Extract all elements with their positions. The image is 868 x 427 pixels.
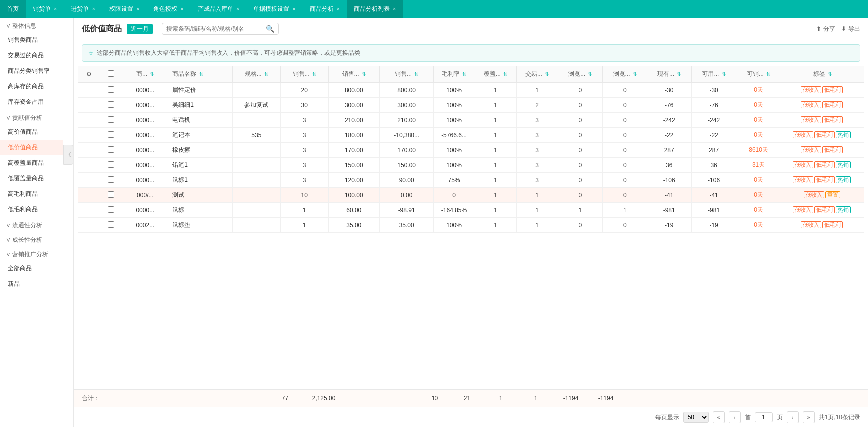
th-browse2[interactable]: 浏览... ⇅ (603, 66, 647, 83)
nav-home[interactable]: 首页 (0, 0, 26, 18)
row-browse1[interactable]: 0 (558, 158, 602, 173)
close-icon[interactable]: × (54, 6, 57, 12)
row-checkbox-cell[interactable] (101, 143, 121, 158)
row-checkbox[interactable] (108, 146, 114, 153)
row-checkbox[interactable] (108, 221, 114, 228)
row-browse1[interactable]: 0 (558, 128, 602, 143)
last-page-button[interactable]: » (803, 411, 815, 423)
export-button[interactable]: ⬇ 导出 (841, 25, 860, 33)
row-checkbox[interactable] (108, 191, 114, 198)
close-icon[interactable]: × (180, 6, 183, 12)
nav-product-analysis[interactable]: 商品分析 × (303, 0, 347, 18)
nav-role[interactable]: 角色授权 × (146, 0, 190, 18)
first-page-button[interactable]: « (713, 411, 725, 423)
sidebar-item-low-value[interactable]: 低价值商品 (0, 140, 63, 155)
sidebar-item-sales-products[interactable]: 销售类商品 (0, 32, 63, 48)
row-sellable-days: 31天 (736, 158, 781, 173)
search-icon[interactable]: 🔍 (266, 25, 274, 33)
th-checkbox[interactable] (101, 66, 121, 83)
row-checkbox[interactable] (108, 131, 114, 138)
sidebar-item-category-rate[interactable]: 商品分类销售率 (0, 63, 63, 79)
row-checkbox[interactable] (108, 86, 114, 93)
nav-permission[interactable]: 权限设置 × (102, 0, 146, 18)
row-checkbox[interactable] (108, 116, 114, 123)
search-input[interactable] (166, 25, 266, 32)
sidebar-item-low-coverage[interactable]: 低覆盖量商品 (0, 171, 63, 186)
sidebar-item-high-value[interactable]: 高价值商品 (0, 124, 63, 140)
close-icon[interactable]: × (236, 6, 239, 12)
row-browse1[interactable]: 0 (558, 143, 602, 158)
row-checkbox-cell[interactable] (101, 83, 121, 98)
sidebar-item-stock-capital[interactable]: 库存资金占用 (0, 94, 63, 110)
row-browse1[interactable]: 0 (558, 188, 602, 203)
row-browse1[interactable]: 0 (558, 98, 602, 113)
nav-product-analysis-list[interactable]: 商品分析列表 × (347, 0, 403, 18)
row-checkbox-cell[interactable] (101, 98, 121, 113)
row-checkbox-cell[interactable] (101, 128, 121, 143)
th-sales-profit[interactable]: 销售... ⇅ (379, 66, 434, 83)
th-spec[interactable]: 规格... ⇅ (232, 66, 280, 83)
row-checkbox-cell[interactable] (101, 173, 121, 188)
th-code[interactable]: 商... ⇅ (121, 66, 169, 83)
row-stock: -22 (647, 128, 691, 143)
th-coverage[interactable]: 覆盖... ⇅ (475, 66, 516, 83)
row-sellable-days: 0天 (736, 98, 781, 113)
row-browse1[interactable]: 1 (558, 203, 602, 218)
footer-values: 77 2,125.00 10 21 1 1 -1194 -1194 (106, 394, 860, 403)
sidebar: ∨ 整体信息 销售类商品 交易过的商品 商品分类销售率 高库存的商品 库存资金占… (0, 18, 74, 427)
th-current-stock[interactable]: 现有... ⇅ (647, 66, 691, 83)
row-available: -30 (691, 83, 736, 98)
sidebar-collapse-button[interactable]: 《 (63, 145, 73, 165)
filter-tag-recent-month[interactable]: 近一月 (127, 24, 153, 34)
row-checkbox-cell[interactable] (101, 188, 121, 203)
footer-stock: -1194 (553, 394, 588, 403)
row-checkbox[interactable] (108, 176, 114, 183)
sidebar-item-all-products[interactable]: 全部商品 (0, 261, 63, 276)
th-gross-rate[interactable]: 毛利率 ⇅ (434, 66, 475, 83)
row-browse1[interactable]: 0 (558, 113, 602, 128)
th-tags[interactable]: 标签 ⇅ (781, 66, 864, 83)
th-settings[interactable]: ⚙ (78, 66, 101, 83)
sidebar-item-low-profit[interactable]: 低毛利商品 (0, 202, 63, 217)
row-checkbox-cell[interactable] (101, 218, 121, 233)
share-button[interactable]: ⬆ 分享 (816, 25, 835, 33)
th-sales-qty[interactable]: 销售... ⇅ (280, 66, 328, 83)
th-sellable[interactable]: 可销... ⇅ (736, 66, 781, 83)
th-product-name[interactable]: 商品名称 ⇅ (169, 66, 233, 83)
row-browse1[interactable]: 0 (558, 173, 602, 188)
close-icon[interactable]: × (92, 6, 95, 12)
sidebar-group-growth[interactable]: ∨ 成长性分析 (0, 232, 63, 246)
th-trade[interactable]: 交易... ⇅ (516, 66, 558, 83)
close-icon[interactable]: × (337, 6, 340, 12)
next-page-button[interactable]: › (787, 411, 799, 423)
row-checkbox[interactable] (108, 206, 114, 213)
row-checkbox[interactable] (108, 101, 114, 108)
sidebar-group-flow[interactable]: ∨ 流通性分析 (0, 217, 63, 232)
row-checkbox-cell[interactable] (101, 113, 121, 128)
close-icon[interactable]: × (136, 6, 139, 12)
sidebar-item-new-products[interactable]: 新品 (0, 276, 63, 292)
nav-template[interactable]: 单据模板设置 × (246, 0, 302, 18)
page-number-input[interactable] (755, 412, 773, 422)
close-icon[interactable]: × (393, 6, 396, 12)
nav-purchase-order[interactable]: 进货单 × (64, 0, 102, 18)
nav-product-warehouse[interactable]: 产成品入库单 × (191, 0, 246, 18)
sidebar-item-high-coverage[interactable]: 高覆盖量商品 (0, 155, 63, 171)
select-all-checkbox[interactable] (108, 70, 114, 77)
nav-sales-order[interactable]: 销货单 × (26, 0, 64, 18)
sidebar-item-traded-products[interactable]: 交易过的商品 (0, 48, 63, 63)
close-icon[interactable]: × (292, 6, 295, 12)
row-browse1[interactable]: 0 (558, 218, 602, 233)
row-checkbox[interactable] (108, 161, 114, 168)
row-sale-qty: 30 (280, 98, 328, 113)
th-available-stock[interactable]: 可用... ⇅ (691, 66, 736, 83)
row-browse1[interactable]: 0 (558, 83, 602, 98)
per-page-select[interactable]: 50 100 (683, 412, 709, 423)
th-sales-amount[interactable]: 销售... ⇅ (328, 66, 379, 83)
sidebar-item-high-stock[interactable]: 高库存的商品 (0, 79, 63, 94)
prev-page-button[interactable]: ‹ (729, 411, 741, 423)
th-browse1[interactable]: 浏览... ⇅ (558, 66, 602, 83)
sidebar-item-high-profit[interactable]: 高毛利商品 (0, 186, 63, 202)
row-checkbox-cell[interactable] (101, 203, 121, 218)
row-checkbox-cell[interactable] (101, 158, 121, 173)
